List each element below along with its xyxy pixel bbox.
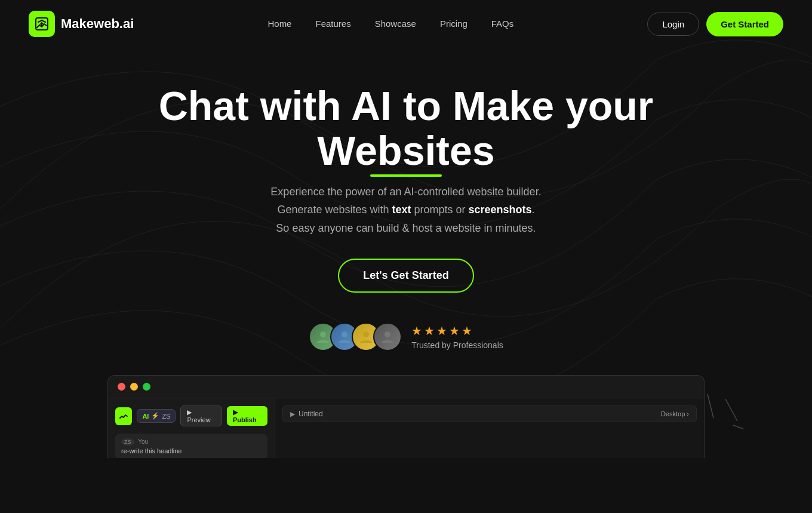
app-preview: AI ⚡ ZS ▶ Preview ▶ Publish ZS (107, 375, 705, 458)
brand-logo[interactable]: Makeweb.ai (29, 11, 134, 37)
get-started-button[interactable]: Get Started (706, 12, 783, 36)
social-proof: ★ ★ ★ ★ ★ Trusted by Professionals (309, 322, 503, 351)
hero-section: Chat with AI to Make your Websites Exper… (0, 48, 812, 375)
hero-title-highlight: Websites (317, 128, 494, 173)
zs-label: ZS (162, 413, 170, 420)
subtitle-bold-screenshots: screenshots (469, 204, 532, 216)
preview-btn[interactable]: ▶ Preview (180, 406, 222, 426)
bolt-icon: ⚡ (151, 412, 159, 420)
chat-user-label: ZS You (121, 438, 262, 445)
avatar-img-4 (374, 324, 401, 350)
nav-links: Home Features Showcase Pricing FAQs (267, 19, 513, 29)
hero-title: Chat with AI to Make your Websites (137, 84, 675, 173)
subtitle-line2-post: . (532, 204, 535, 216)
trusted-text: Trusted by Professionals (411, 340, 503, 350)
main-bar-title: ▶ Untitled (290, 410, 323, 418)
ai-label: AI (142, 413, 149, 420)
nav-faqs[interactable]: FAQs (491, 19, 514, 29)
nav-actions: Login Get Started (647, 12, 783, 36)
app-main: ▶ Untitled Desktop › (275, 398, 704, 458)
navbar: Makeweb.ai Home Features Showcase Pricin… (0, 0, 812, 48)
nav-home[interactable]: Home (267, 19, 291, 29)
subtitle-line2-mid: prompts or (411, 204, 469, 216)
app-toolbar: AI ⚡ ZS ▶ Preview ▶ Publish (115, 406, 267, 426)
hero-cta-button[interactable]: Let's Get Started (338, 259, 473, 293)
app-content: AI ⚡ ZS ▶ Preview ▶ Publish ZS (108, 398, 704, 458)
subtitle-line1: Experience the power of an AI-controlled… (270, 186, 541, 198)
nav-showcase[interactable]: Showcase (375, 19, 416, 29)
main-bar-desktop: Desktop › (661, 410, 689, 417)
preview-label: ▶ Preview (187, 408, 216, 423)
subtitle-line2-pre: Generate websites with (277, 204, 392, 216)
avatar-4 (373, 322, 402, 351)
star-3: ★ (436, 324, 447, 338)
hero-title-text: Chat with AI to Make your (159, 83, 654, 128)
login-button[interactable]: Login (647, 13, 699, 36)
traffic-light-red (118, 383, 125, 391)
star-2: ★ (424, 324, 435, 338)
hero-subtitle: Experience the power of an AI-controlled… (270, 183, 541, 238)
avatar-group (309, 322, 402, 351)
nav-features[interactable]: Features (315, 19, 350, 29)
app-titlebar (108, 376, 704, 398)
star-rating: ★ ★ ★ ★ ★ (411, 324, 472, 338)
publish-label: ▶ Publish (233, 408, 262, 423)
star-1: ★ (411, 324, 422, 338)
star-4: ★ (449, 324, 460, 338)
traffic-light-yellow (130, 383, 138, 391)
svg-point-4 (320, 331, 326, 337)
svg-point-6 (363, 331, 369, 337)
chat-message-text: re-write this headline (121, 447, 262, 454)
star-5: ★ (462, 324, 472, 338)
play-icon: ▶ (290, 410, 295, 418)
publish-btn[interactable]: ▶ Publish (227, 406, 267, 426)
app-sidebar: AI ⚡ ZS ▶ Preview ▶ Publish ZS (108, 398, 275, 458)
app-main-bar: ▶ Untitled Desktop › (282, 406, 697, 422)
subtitle-line3: So easy anyone can build & host a websit… (276, 222, 536, 234)
traffic-light-green (143, 383, 150, 391)
svg-point-7 (385, 331, 390, 337)
subtitle-bold-text: text (392, 204, 411, 216)
ai-badge: AI ⚡ ZS (137, 409, 176, 423)
sidebar-logo-btn (115, 407, 132, 425)
brand-name: Makeweb.ai (61, 16, 134, 32)
social-text: ★ ★ ★ ★ ★ Trusted by Professionals (411, 324, 503, 350)
nav-pricing[interactable]: Pricing (440, 19, 467, 29)
logo-icon (29, 11, 55, 37)
svg-point-5 (342, 331, 347, 337)
